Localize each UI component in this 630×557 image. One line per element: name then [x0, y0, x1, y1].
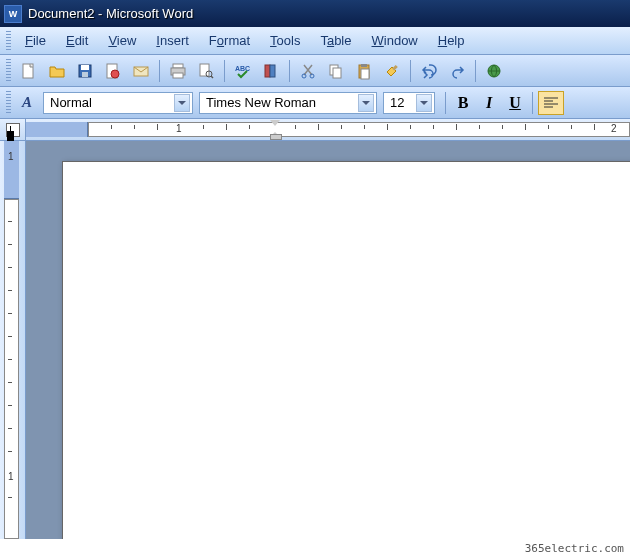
cut-button[interactable]: [295, 58, 321, 84]
new-document-button[interactable]: [16, 58, 42, 84]
first-line-indent-icon[interactable]: [270, 120, 280, 126]
document-area[interactable]: [26, 141, 630, 539]
window-title: Document2 - Microsoft Word: [28, 6, 193, 21]
vertical-ruler[interactable]: 1 1: [0, 141, 26, 539]
footer-strip: 365electric.com: [0, 539, 630, 557]
tab-stop-icon: [6, 123, 20, 137]
title-bar: W Document2 - Microsoft Word: [0, 0, 630, 27]
word-app-icon: W: [4, 5, 22, 23]
svg-rect-22: [361, 69, 369, 79]
styles-icon[interactable]: A: [15, 92, 39, 114]
menu-table[interactable]: Table: [310, 29, 361, 52]
ruler-number: 2: [611, 123, 617, 134]
redo-button[interactable]: [444, 58, 470, 84]
menu-bar: File Edit View Insert Format Tools Table…: [0, 27, 630, 55]
print-button[interactable]: [165, 58, 191, 84]
menu-window[interactable]: Window: [362, 29, 428, 52]
copy-button[interactable]: [323, 58, 349, 84]
format-painter-button[interactable]: [379, 58, 405, 84]
ruler-number: 1: [8, 151, 14, 162]
toolbar-separator: [159, 60, 160, 82]
svg-rect-9: [173, 73, 183, 78]
menu-edit[interactable]: Edit: [56, 29, 98, 52]
dropdown-arrow-icon[interactable]: [358, 94, 374, 112]
font-size-combo[interactable]: 12: [383, 92, 435, 114]
font-combo[interactable]: Times New Roman: [199, 92, 377, 114]
menu-help[interactable]: Help: [428, 29, 475, 52]
font-size-value: 12: [390, 95, 412, 110]
svg-rect-14: [265, 65, 270, 77]
align-left-button[interactable]: [538, 91, 564, 115]
style-value: Normal: [50, 95, 170, 110]
menu-file[interactable]: File: [15, 29, 56, 52]
toolbar-separator: [289, 60, 290, 82]
menu-insert[interactable]: Insert: [146, 29, 199, 52]
tab-selector[interactable]: [0, 119, 26, 141]
standard-toolbar: ABC: [0, 55, 630, 87]
toolbar-separator: [445, 92, 446, 114]
bold-button[interactable]: B: [451, 91, 475, 115]
menubar-grip-icon[interactable]: [6, 31, 11, 51]
email-button[interactable]: [128, 58, 154, 84]
style-combo[interactable]: Normal: [43, 92, 193, 114]
dropdown-arrow-icon[interactable]: [416, 94, 432, 112]
svg-rect-3: [82, 72, 88, 77]
ruler-number: 1: [176, 123, 182, 134]
save-button[interactable]: [72, 58, 98, 84]
italic-button[interactable]: I: [477, 91, 501, 115]
svg-rect-19: [333, 68, 341, 78]
menu-tools[interactable]: Tools: [260, 29, 310, 52]
toolbar-separator: [224, 60, 225, 82]
document-page[interactable]: [62, 161, 630, 539]
ruler-number: 1: [8, 471, 14, 482]
formatting-toolbar: A Normal Times New Roman 12 B I U: [0, 87, 630, 119]
ruler-left-margin: [26, 122, 88, 137]
spellcheck-button[interactable]: ABC: [230, 58, 256, 84]
print-preview-button[interactable]: [193, 58, 219, 84]
toolbar-separator: [532, 92, 533, 114]
font-value: Times New Roman: [206, 95, 354, 110]
toolbar-separator: [475, 60, 476, 82]
svg-rect-10: [200, 64, 209, 76]
menu-format[interactable]: Format: [199, 29, 260, 52]
ruler-tape: [4, 199, 19, 539]
workspace: 1 2 1 1: [0, 119, 630, 539]
svg-rect-7: [173, 64, 183, 68]
svg-rect-2: [81, 65, 89, 70]
undo-button[interactable]: [416, 58, 442, 84]
toolbar-separator: [410, 60, 411, 82]
svg-rect-21: [361, 64, 367, 67]
permission-button[interactable]: [100, 58, 126, 84]
paste-button[interactable]: [351, 58, 377, 84]
svg-line-12: [211, 76, 213, 78]
research-button[interactable]: [258, 58, 284, 84]
svg-rect-15: [270, 65, 275, 77]
dropdown-arrow-icon[interactable]: [174, 94, 190, 112]
underline-button[interactable]: U: [503, 91, 527, 115]
formatbar-grip-icon[interactable]: [6, 91, 11, 115]
hanging-indent-icon[interactable]: [270, 130, 280, 140]
menu-view[interactable]: View: [98, 29, 146, 52]
hyperlink-button[interactable]: [481, 58, 507, 84]
toolbar-grip-icon[interactable]: [6, 59, 11, 83]
svg-text:ABC: ABC: [235, 65, 250, 72]
watermark-text: 365electric.com: [525, 542, 624, 555]
horizontal-ruler[interactable]: 1 2: [26, 119, 630, 141]
open-button[interactable]: [44, 58, 70, 84]
ruler-top-margin: [4, 141, 19, 199]
svg-point-5: [111, 70, 119, 78]
